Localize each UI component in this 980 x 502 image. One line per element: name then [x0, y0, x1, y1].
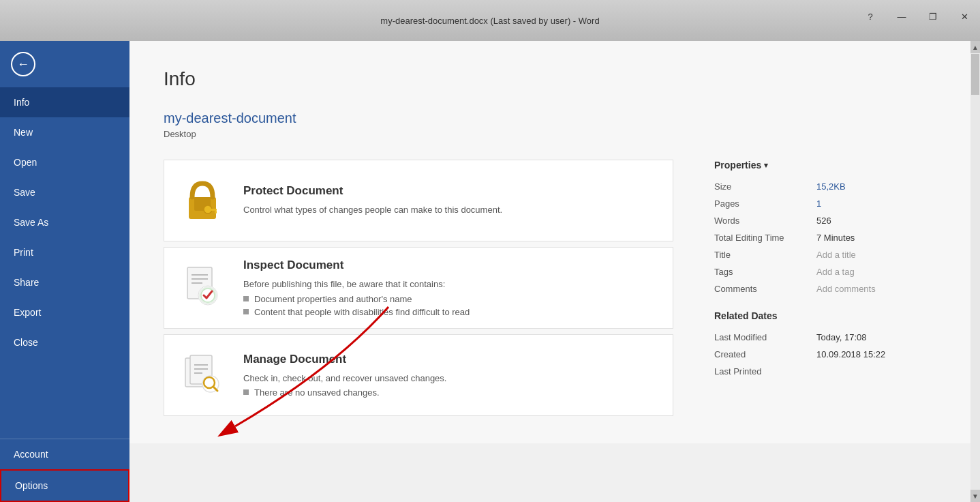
inspect-bullet-1: Document properties and author's name	[243, 294, 662, 304]
restore-button[interactable]: ❐	[917, 5, 949, 27]
prop-last-printed: Last Printed	[714, 366, 946, 376]
related-dates: Related Dates Last Modified Today, 17:08…	[714, 310, 946, 376]
app-body: ← Info New Open Save Save As Print Share	[0, 41, 980, 502]
inspect-document-title: Inspect Document	[243, 259, 662, 272]
close-button[interactable]: ✕	[949, 5, 980, 27]
prop-pages: Pages 1	[714, 198, 946, 209]
prop-comments: Comments Add comments	[714, 284, 946, 294]
window-controls: ? — ❐ ✕	[855, 0, 980, 41]
protect-document-icon[interactable]	[175, 173, 230, 228]
manage-document-card: Manage Document Check in, check out, and…	[164, 334, 673, 416]
prop-size: Size 15,2KB	[714, 181, 946, 192]
protect-document-desc: Control what types of changes people can…	[243, 203, 662, 217]
main-content: Info my-dearest-document Desktop	[129, 41, 980, 443]
bullet-icon	[243, 309, 249, 314]
prop-tags: Tags Add a tag	[714, 267, 946, 277]
sidebar-item-options[interactable]: Options	[0, 469, 129, 502]
doc-location: Desktop	[164, 129, 946, 139]
related-dates-header: Related Dates	[714, 310, 946, 321]
sidebar-item-new[interactable]: New	[0, 117, 129, 147]
prop-words: Words 526	[714, 216, 946, 226]
protect-document-title: Protect Document	[243, 184, 662, 198]
prop-created: Created 10.09.2018 15:22	[714, 349, 946, 359]
manage-bullet-1: There are no unsaved changes.	[243, 387, 662, 398]
manage-document-icon[interactable]	[175, 348, 230, 402]
sidebar-item-close[interactable]: Close	[0, 327, 129, 357]
scroll-up-button[interactable]: ▲	[970, 41, 980, 53]
sidebar-item-export[interactable]: Export	[0, 297, 129, 327]
manage-document-text: Manage Document Check in, check out, and…	[243, 353, 662, 398]
scrollbar[interactable]: ▲ ▼	[970, 41, 980, 502]
sidebar-item-save-as[interactable]: Save As	[0, 207, 129, 237]
prop-title: Title Add a title	[714, 250, 946, 260]
protect-document-text: Protect Document Control what types of c…	[243, 184, 662, 217]
bullet-icon	[243, 296, 249, 301]
minimize-button[interactable]: —	[886, 5, 917, 27]
scroll-thumb[interactable]	[971, 54, 979, 95]
sidebar-item-open[interactable]: Open	[0, 147, 129, 177]
sidebar-bottom: Account Options	[0, 439, 129, 502]
title-bar: my-dearest-document.docx (Last saved by …	[0, 0, 980, 41]
bullet-icon	[243, 389, 249, 395]
window-title: my-dearest-document.docx (Last saved by …	[380, 16, 599, 26]
svg-rect-3	[210, 209, 217, 211]
prop-editing-time: Total Editing Time 7 Minutes	[714, 233, 946, 243]
sidebar-item-share[interactable]: Share	[0, 267, 129, 297]
inspect-document-card: Inspect Document Before publishing this …	[164, 247, 673, 329]
prop-last-modified: Last Modified Today, 17:08	[714, 332, 946, 342]
manage-document-desc: Check in, check out, and recover unsaved…	[243, 372, 662, 385]
protect-document-card: Protect Document Control what types of c…	[164, 160, 673, 241]
sidebar-nav: Info New Open Save Save As Print Share E…	[0, 87, 129, 439]
sidebar-item-save[interactable]: Save	[0, 177, 129, 207]
sidebar-item-info[interactable]: Info	[0, 87, 129, 117]
manage-document-title: Manage Document	[243, 353, 662, 366]
info-sections: Protect Document Control what types of c…	[164, 160, 946, 416]
back-arrow-icon: ←	[11, 52, 35, 76]
doc-name[interactable]: my-dearest-document	[164, 110, 946, 126]
scroll-down-button[interactable]: ▼	[970, 490, 980, 502]
sidebar-item-account[interactable]: Account	[0, 439, 129, 469]
page-title: Info	[164, 68, 946, 90]
properties-panel: Properties Size 15,2KB Pages 1 Words 526	[714, 160, 946, 416]
inspect-document-desc: Before publishing this file, be aware th…	[243, 278, 662, 291]
help-button[interactable]: ?	[855, 5, 886, 27]
sidebar-item-print[interactable]: Print	[0, 237, 129, 267]
inspect-bullet-2: Content that people with disabilities fi…	[243, 307, 662, 317]
back-button[interactable]: ←	[0, 41, 129, 87]
scroll-track	[970, 53, 980, 490]
info-cards: Protect Document Control what types of c…	[164, 160, 673, 416]
check-for-issues-icon[interactable]	[175, 261, 230, 315]
svg-rect-4	[215, 211, 217, 213]
inspect-document-text: Inspect Document Before publishing this …	[243, 259, 662, 317]
properties-header[interactable]: Properties	[714, 160, 946, 171]
sidebar: ← Info New Open Save Save As Print Share	[0, 41, 129, 502]
